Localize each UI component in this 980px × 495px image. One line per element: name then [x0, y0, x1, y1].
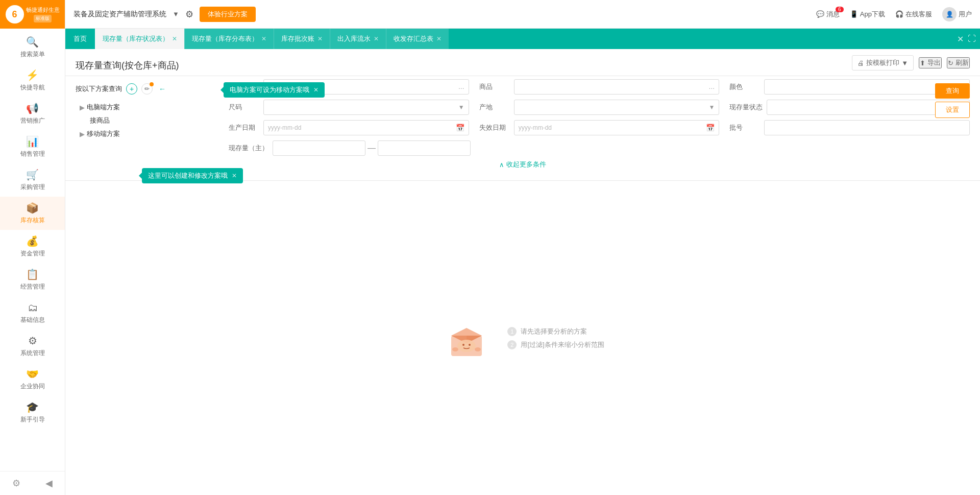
sidebar-item-label: 系统管理: [20, 349, 45, 358]
edit-tooltip: 这里可以创建和修改方案哦 ✕: [142, 168, 243, 183]
svg-point-6: [469, 344, 471, 346]
expand-arrow-icon: ▶: [80, 130, 85, 138]
industry-plan-btn[interactable]: 体验行业方案: [200, 7, 256, 22]
sidebar-logo: 6 畅捷通好生意 标准版: [0, 0, 65, 29]
close-others-btn[interactable]: ✕: [957, 34, 964, 44]
filter-color: 颜色 ▼: [729, 79, 970, 95]
scheme-item-goods[interactable]: 接商品: [76, 114, 970, 127]
size-select[interactable]: ▼: [263, 100, 469, 115]
sidebar-item-label: 销售管理: [20, 150, 45, 158]
system-name: 装备及固定资产辅助管理系统: [74, 10, 166, 19]
tab-inventory-status[interactable]: 现存量（库存状况表） ✕: [95, 29, 184, 49]
sidebar-nav: 🔍 搜索菜单 ⚡ 快捷导航 📢 营销推广 📊 销售管理 🛒 采购管理 📦 库存核…: [0, 29, 65, 471]
header-left: 装备及固定资产辅助管理系统 ▼ ⚙ 体验行业方案: [74, 7, 256, 22]
quick-nav-icon: ⚡: [27, 69, 39, 81]
tab-collect-send[interactable]: 收发存汇总表 ✕: [386, 29, 449, 49]
page-title: 现存量查询(按仓库+商品): [76, 59, 179, 72]
tooltip-plan-text: 电脑方案可设为移动方案哦: [230, 85, 309, 95]
user-profile-btn[interactable]: 👤 用户: [942, 7, 972, 21]
settings-icon[interactable]: ⚙: [185, 9, 193, 20]
tab-close-inventory-dist[interactable]: ✕: [261, 35, 266, 42]
edit-scheme-btn[interactable]: ✏: [141, 83, 153, 95]
tooltip-edit-text: 这里可以创建和修改方案哦: [148, 171, 228, 180]
stock-main-to[interactable]: [378, 140, 471, 156]
header-right: 💬 消息 6 📱 App下载 🎧 在线客服 👤 用户: [816, 7, 972, 21]
sidebar-item-label: 经营管理: [20, 282, 45, 291]
tab-home[interactable]: 首页: [65, 29, 95, 49]
headset-icon: 🎧: [895, 10, 903, 18]
refresh-btn[interactable]: ↻ 刷新: [947, 57, 970, 68]
origin-select[interactable]: ▼: [514, 100, 720, 115]
mobile-icon: 📱: [850, 10, 858, 18]
sidebar-item-label: 营销推广: [20, 116, 45, 125]
sidebar-item-sales[interactable]: 📊 销售管理: [0, 130, 65, 163]
sidebar-item-finance[interactable]: 💰 资金管理: [0, 230, 65, 263]
filter-size: 尺码 ▼: [229, 100, 469, 115]
sidebar-item-operations[interactable]: 📋 经营管理: [0, 263, 65, 296]
tab-close-batch-account[interactable]: ✕: [317, 35, 323, 42]
svg-point-7: [452, 347, 458, 351]
sidebar-item-label: 搜索菜单: [20, 50, 45, 59]
sidebar-item-label: 资金管理: [20, 249, 45, 258]
tab-inventory-dist[interactable]: 现存量（库存分布表） ✕: [184, 29, 274, 49]
sidebar-settings-btn[interactable]: ⚙: [12, 478, 20, 489]
export-icon: ⬆: [920, 59, 925, 67]
export-btn[interactable]: ⬆ 导出: [919, 57, 942, 68]
tab-batch-account[interactable]: 库存批次账 ✕: [274, 29, 330, 49]
chevron-down-icon: ▼: [458, 104, 464, 111]
tab-spacer: [449, 29, 953, 49]
sidebar-item-label: 基础信息: [20, 316, 45, 324]
sidebar-item-guide[interactable]: 🎓 新手引导: [0, 396, 65, 429]
fullscreen-btn[interactable]: ⛶: [968, 34, 976, 43]
empty-step-2: 2 用[过滤]条件来缩小分析范围: [507, 340, 604, 349]
plan-tooltip: 电脑方案可设为移动方案哦 ✕: [224, 82, 325, 98]
dot-indicator: [150, 82, 154, 86]
tab-close-collect-send[interactable]: ✕: [436, 35, 442, 42]
sidebar-item-purchase[interactable]: 🛒 采购管理: [0, 163, 65, 197]
inventory-icon: 📦: [27, 202, 39, 214]
logo-text: 畅捷通好生意: [26, 6, 60, 13]
empty-state: 1 请先选择要分析的方案 2 用[过滤]条件来缩小分析范围: [441, 313, 604, 364]
sidebar-item-enterprise[interactable]: 🤝 企业协同: [0, 363, 65, 396]
svg-point-4: [457, 340, 476, 352]
page-actions: 🖨 按模板打印 ▼ ⬆ 导出 ↻ 刷新: [852, 55, 970, 76]
sales-icon: 📊: [27, 135, 39, 148]
empty-step-1: 1 请先选择要分析的方案: [507, 327, 604, 336]
template-print-btn[interactable]: 🖨 按模板打印 ▼: [852, 55, 914, 70]
svg-point-8: [475, 347, 481, 351]
step-1-circle: 1: [507, 327, 517, 336]
system-selector[interactable]: ▼: [173, 10, 179, 18]
reset-btn[interactable]: 设置: [935, 102, 970, 118]
app-download-btn[interactable]: 📱 App下载: [850, 10, 885, 19]
back-arrow-btn[interactable]: ←: [157, 83, 168, 95]
sidebar-item-quick-nav[interactable]: ⚡ 快捷导航: [0, 64, 65, 97]
goods-select[interactable]: …: [514, 79, 720, 95]
purchase-icon: 🛒: [27, 169, 39, 181]
sidebar-item-label: 库存核算: [20, 216, 45, 225]
chevron-down-icon: …: [458, 83, 464, 90]
tab-in-out-flow[interactable]: 出入库流水 ✕: [330, 29, 386, 49]
color-label: 颜色: [729, 82, 760, 91]
search-btn[interactable]: 查询: [935, 83, 970, 99]
pencil-icon: ✏: [144, 85, 150, 92]
filter-panel: 按以下方案查询 + ✏ ← ▶ 电脑端方案 接商品 ▶: [65, 76, 980, 181]
tab-close-inventory-status[interactable]: ✕: [172, 35, 177, 42]
notice-btn[interactable]: 💬 消息 6: [816, 10, 840, 19]
page-header: 现存量查询(按仓库+商品) 🖨 按模板打印 ▼ ⬆ 导出 ↻ 刷新: [65, 49, 980, 76]
filter-stock-main: 现存量（主） —: [229, 140, 471, 156]
scheme-item-mobile[interactable]: ▶ 移动端方案: [76, 127, 970, 140]
sidebar-item-base-info[interactable]: 🗂 基础信息: [0, 296, 65, 329]
sidebar-item-search[interactable]: 🔍 搜索菜单: [0, 31, 65, 64]
sidebar-item-inventory[interactable]: 📦 库存核算: [0, 197, 65, 230]
stock-main-from[interactable]: [273, 140, 365, 156]
content-area: 现存量查询(按仓库+商品) 🖨 按模板打印 ▼ ⬆ 导出 ↻ 刷新: [65, 49, 980, 495]
tooltip-edit-close[interactable]: ✕: [232, 172, 237, 179]
add-scheme-btn[interactable]: +: [126, 83, 137, 95]
online-support-btn[interactable]: 🎧 在线客服: [895, 10, 932, 19]
tooltip-plan-close[interactable]: ✕: [313, 86, 318, 93]
tab-close-in-out-flow[interactable]: ✕: [374, 35, 379, 42]
guide-icon: 🎓: [27, 401, 39, 413]
sidebar-collapse-btn[interactable]: ◀: [45, 478, 53, 489]
sidebar-item-marketing[interactable]: 📢 营销推广: [0, 97, 65, 130]
sidebar-item-system[interactable]: ⚙ 系统管理: [0, 329, 65, 363]
